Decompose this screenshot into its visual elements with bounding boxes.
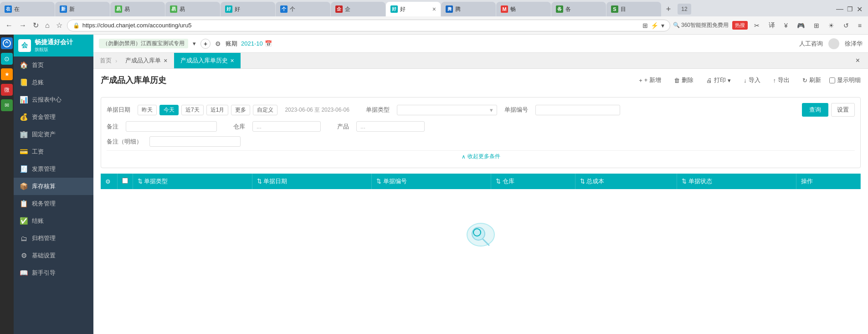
product-filter-select[interactable]: ... [356,121,425,132]
browser-tab-6[interactable]: 个 个 [276,2,330,16]
nav-item-ledger[interactable]: 📒 总账 [14,74,93,91]
date-btn-1month[interactable]: 近1月 [206,105,229,115]
refresh-button[interactable]: ↻ [31,19,41,31]
display-detail-checkbox[interactable] [829,77,835,83]
date-btn-more[interactable]: 更多 [231,105,250,115]
home-button[interactable]: ⌂ [43,20,51,31]
nav-item-invoice[interactable]: 🧾 发票管理 [14,160,93,178]
page-tab-2[interactable]: 产成品入库单历史 × [174,53,241,68]
nav-item-home[interactable]: 🏠 首页 [14,57,93,74]
window-minimize-btn[interactable]: — [836,5,843,13]
nav-item-tax[interactable]: 📋 税务管理 [14,195,93,212]
window-restore-btn[interactable]: ❐ [847,5,853,13]
th-checkbox[interactable] [117,174,133,189]
browser-tab-3[interactable]: 易 易 [110,2,165,16]
type-filter-select[interactable]: ▾ [397,105,497,115]
date-btn-today[interactable]: 今天 [159,105,179,115]
nav-item-closing[interactable]: ✅ 结账 [14,212,93,230]
browser-tab-12[interactable]: S 目 [606,2,661,16]
tab-favicon-4: 易 [170,5,177,13]
theme-btn[interactable]: ☀ [826,20,837,31]
sidebar-icon-green-mail[interactable]: ✉ [1,99,13,111]
undo-btn[interactable]: ↺ [841,20,852,31]
th-number[interactable]: ⇅ 单据编号 [372,174,491,189]
topbar-settings-button[interactable]: ⚙ [215,40,221,47]
query-button[interactable]: 查询 [802,103,828,117]
date-btn-yesterday[interactable]: 昨天 [138,105,157,115]
th-date[interactable]: ⇅ 单据日期 [252,174,371,189]
content-topbar: （勿删勿禁用）江西服宝测试专用 ▾ + ⚙ 账期 2021-10 📅 人工咨询 … [93,35,868,53]
scissors-btn[interactable]: ✂ [751,20,762,31]
browser-tab-9[interactable]: 腾 腾 [441,2,496,16]
th-status[interactable]: ⇅ 单据状态 [677,174,796,189]
th-settings[interactable]: ⚙ [101,174,117,189]
page-tab-1[interactable]: 产成品入库单 × [119,53,174,68]
dropdown-icon[interactable]: ▾ [661,22,664,29]
yuan-btn[interactable]: ¥ [781,20,791,31]
display-detail-checkbox-label[interactable]: 显示明细 [829,76,861,84]
bookmark-button[interactable]: ☆ [54,19,64,31]
sidebar-icon-chanjet[interactable] [1,37,13,49]
browser-tab-5[interactable]: 好 好 [221,2,275,16]
page-tab-1-close[interactable]: × [164,57,167,64]
nav-label-closing: 结账 [32,217,44,225]
nav-item-funds[interactable]: 💰 资金管理 [14,108,93,126]
sidebar-icon-blue[interactable]: ⊙ [1,53,13,65]
type-dropdown-icon: ▾ [490,107,493,113]
warehouse-filter-select[interactable]: ... [252,121,321,132]
window-close-btn[interactable]: ✕ [857,5,863,14]
forward-button[interactable]: → [17,20,28,31]
address-bar[interactable]: 🔒 https://cloud.chanjet.com/accounting/u… [67,20,670,31]
apps-btn[interactable]: ⊞ [811,20,822,31]
browser-tab-11[interactable]: 各 各 [551,2,606,16]
new-tab-button[interactable]: + [662,2,675,16]
user-label: 徐泽华 [845,40,863,48]
page-tab-breadcrumb-home: 首页 [98,53,113,68]
topbar-dropdown-icon[interactable]: ▾ [193,40,196,47]
number-filter-input[interactable] [535,105,620,115]
select-all-checkbox[interactable] [122,178,128,184]
translate-btn[interactable]: 译 [766,20,778,31]
nav-item-reports[interactable]: 📊 云报表中心 [14,91,93,108]
th-type[interactable]: ⇅ 单据类型 [133,174,252,189]
nav-item-salary[interactable]: 💳 工资 [14,143,93,160]
calendar-icon[interactable]: 📅 [265,40,272,47]
th-warehouse[interactable]: ⇅ 仓库 [491,174,575,189]
browser-tab-7[interactable]: 企 企 [331,2,385,16]
add-button[interactable]: + + 新增 [634,74,666,86]
print-button[interactable]: 🖨 打印 ▾ [702,74,735,86]
browser-tab-4[interactable]: 易 易 [165,2,220,16]
date-btn-7days[interactable]: 近7天 [181,105,204,115]
detail-remark-input[interactable] [149,136,241,147]
nav-item-inventory[interactable]: 📦 库存核算 [14,178,93,195]
panel-close-btn[interactable]: × [852,55,863,67]
nav-item-settings[interactable]: ⚙ 基础设置 [14,247,93,264]
import-button[interactable]: ↓ 导入 [739,74,765,86]
tab-close-8[interactable]: × [432,5,436,13]
export-button[interactable]: ↑ 导出 [769,74,795,86]
browser-tab-1[interactable]: 在 在 [0,2,55,16]
th-cost[interactable]: ⇅ 总成本 [575,174,677,189]
setting-button[interactable]: 设置 [831,103,855,117]
game-btn[interactable]: 🎮 [794,20,807,31]
sidebar-icon-orange[interactable]: ★ [1,68,13,80]
back-button[interactable]: ← [4,20,15,31]
browser-tab-2[interactable]: 新 新 [55,2,110,16]
remark-filter-input[interactable] [126,121,217,132]
refresh-action-button[interactable]: ↻ 刷新 [798,74,826,86]
browser-tab-8[interactable]: 好 好 × [386,2,441,16]
th-status-label: 单据状态 [688,178,712,185]
page-tab-2-close[interactable]: × [231,57,234,64]
nav-item-assets[interactable]: 🏢 固定资产 [14,126,93,143]
delete-button[interactable]: 🗑 删除 [669,74,698,86]
add-company-button[interactable]: + [200,39,211,49]
date-btn-custom[interactable]: 自定义 [253,105,277,115]
menu-btn[interactable]: ≡ [855,20,864,31]
tab-favicon-3: 易 [115,5,122,13]
nav-item-guide[interactable]: 📖 新手引导 [14,264,93,282]
browser-tab-10[interactable]: M 畅 [496,2,551,16]
collapse-bar[interactable]: ∧ 收起更多条件 [107,150,855,162]
consult-label[interactable]: 人工咨询 [799,40,823,48]
sidebar-icon-red[interactable]: 微 [1,84,13,96]
nav-item-archive[interactable]: 🗂 归档管理 [14,230,93,247]
